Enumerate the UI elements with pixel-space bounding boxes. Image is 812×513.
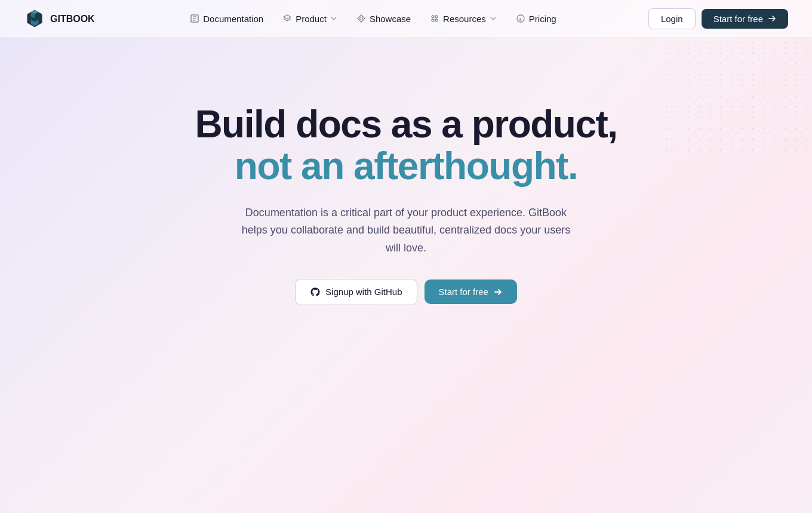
content-area: [0, 341, 812, 513]
svg-marker-5: [284, 15, 291, 19]
nav-links: Documentation Product Showc: [182, 9, 564, 29]
nav-pricing[interactable]: $ Pricing: [508, 9, 565, 29]
diamond-icon: [356, 14, 366, 23]
svg-point-11: [435, 19, 438, 21]
github-icon: [310, 287, 321, 297]
gitbook-logo-icon: [24, 8, 45, 29]
nav-showcase[interactable]: Showcase: [348, 9, 419, 29]
gitbook-wordmark: GITBOOK: [50, 13, 98, 24]
navbar: GITBOOK Documentation Product: [0, 0, 812, 38]
nav-resources[interactable]: Resources: [422, 9, 505, 29]
nav-documentation[interactable]: Documentation: [182, 9, 272, 29]
tag-icon: $: [516, 14, 525, 23]
grid-icon: [430, 14, 439, 23]
arrow-right-icon: [768, 14, 776, 23]
hero-actions: Signup with GitHub Start for free: [295, 279, 517, 305]
nav-start-button[interactable]: Start for free: [702, 9, 788, 29]
hero-start-button[interactable]: Start for free: [425, 279, 517, 304]
chevron-down-icon-2: [490, 15, 497, 22]
svg-point-10: [432, 19, 434, 21]
layers-icon: [282, 14, 292, 23]
nav-product[interactable]: Product: [274, 9, 346, 29]
arrow-right-hero-icon: [493, 287, 503, 297]
svg-point-8: [432, 16, 434, 18]
svg-text:GITBOOK: GITBOOK: [50, 14, 95, 24]
svg-point-9: [435, 16, 438, 18]
svg-marker-6: [358, 15, 365, 22]
svg-marker-7: [359, 17, 363, 20]
nav-actions: Login Start for free: [648, 8, 788, 29]
github-signup-button[interactable]: Signup with GitHub: [295, 279, 417, 305]
logo-link[interactable]: GITBOOK: [24, 8, 98, 29]
hero-section: Build docs as a product, not an aftertho…: [0, 38, 812, 341]
chevron-down-icon: [330, 15, 337, 22]
book-icon: [190, 14, 199, 23]
svg-text:$: $: [519, 17, 522, 22]
hero-subtitle: Documentation is a critical part of your…: [239, 204, 573, 257]
login-button[interactable]: Login: [648, 8, 696, 29]
hero-title: Build docs as a product, not an aftertho…: [195, 103, 617, 188]
